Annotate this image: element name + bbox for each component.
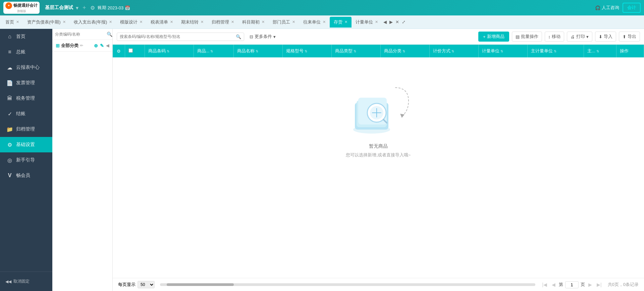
tab-party[interactable]: 往来单位 ✕ xyxy=(299,17,330,28)
sidebar-item-vip[interactable]: V 畅会员 xyxy=(0,168,52,183)
last-page-button[interactable]: ▶| xyxy=(595,281,603,288)
tab-tax-close[interactable]: ✕ xyxy=(170,20,173,24)
tab-archive[interactable]: 归档管理 ✕ xyxy=(208,17,238,28)
tab-income[interactable]: 收入支出表(年报) ✕ xyxy=(70,17,116,28)
search-icon[interactable]: 🔍 xyxy=(236,34,241,39)
select-all-checkbox[interactable] xyxy=(128,48,133,53)
tab-balance-close[interactable]: ✕ xyxy=(63,20,66,24)
tab-party-close[interactable]: ✕ xyxy=(323,20,326,24)
sort-barcode-icon[interactable]: ⇅ xyxy=(167,49,169,53)
sort-category-icon[interactable]: ⇅ xyxy=(402,49,405,53)
col-price[interactable]: 计价方式 ⇅ xyxy=(429,45,478,57)
import-button[interactable]: ⬇ 导入 xyxy=(595,32,616,42)
tab-inventory[interactable]: 存货 ✕ xyxy=(330,17,352,28)
sidebar-item-tax[interactable]: 🏛 税务管理 xyxy=(0,91,52,106)
sidebar-item-invoice[interactable]: 📄 发票管理 xyxy=(0,75,52,91)
prev-page-button[interactable]: ◀ xyxy=(550,281,557,288)
sidebar-item-guide[interactable]: ◎ 新手引导 xyxy=(0,152,52,168)
category-collapse-icon[interactable]: ◀ xyxy=(106,43,109,48)
next-page-button[interactable]: ▶ xyxy=(587,281,593,288)
tab-home-close[interactable]: ✕ xyxy=(16,20,19,24)
unpin-button[interactable]: ◀◀ 取消固定 xyxy=(0,275,52,288)
tab-period-label: 期末结转 xyxy=(181,19,199,25)
calendar-icon[interactable]: 📅 xyxy=(125,5,130,10)
tab-nav-left[interactable]: ◀ xyxy=(382,19,388,25)
page-number-input[interactable] xyxy=(565,281,579,288)
sort-extra-icon[interactable]: ⇅ xyxy=(596,49,599,53)
print-button[interactable]: 🖨 打印 ▾ xyxy=(567,32,592,42)
col-type[interactable]: 商品类型 ⇅ xyxy=(331,45,380,57)
tab-template-close[interactable]: ✕ xyxy=(140,20,143,24)
settings-icon[interactable]: ⚙ xyxy=(90,5,95,11)
first-page-button[interactable]: |◀ xyxy=(541,281,548,288)
col-main-unit[interactable]: 主计量单位 ⇅ xyxy=(527,45,584,57)
horizontal-scrollbar[interactable] xyxy=(160,283,535,286)
tab-dept-label: 部门员工 xyxy=(273,19,290,25)
export-button[interactable]: ⬆ 导出 xyxy=(619,32,640,42)
batch-button[interactable]: ▤ 批量操作 xyxy=(512,32,542,42)
tab-balance[interactable]: 资产负债表(中期) ✕ xyxy=(23,17,70,28)
category-add-icon[interactable]: ⊕ xyxy=(94,43,98,48)
tab-close-all[interactable]: ✕ xyxy=(394,19,400,25)
right-panel: 🔍 ⊟ 更多条件 ▾ + 新增商品 ▤ 批量操作 xyxy=(113,29,644,291)
sort-type-icon[interactable]: ⇅ xyxy=(354,49,356,53)
tab-unit[interactable]: 计量单位 ✕ xyxy=(352,17,382,28)
category-edit-btn[interactable]: ✎ xyxy=(100,43,104,48)
consult-button[interactable]: 🎧 人工咨询 xyxy=(595,5,619,11)
account-button[interactable]: 会计 xyxy=(623,3,641,13)
col-settings-icon[interactable]: ⚙ xyxy=(117,49,121,54)
tab-subject-close[interactable]: ✕ xyxy=(262,20,265,24)
col-category[interactable]: 商品分类 ⇅ xyxy=(380,45,429,57)
sidebar-item-settings[interactable]: ⚙ 基础设置 xyxy=(0,137,52,152)
tab-subject[interactable]: 科目期初 ✕ xyxy=(238,17,269,28)
tab-period-close[interactable]: ✕ xyxy=(201,20,204,24)
tab-inventory-close[interactable]: ✕ xyxy=(344,20,347,24)
sidebar-item-checkout[interactable]: ✓ 结账 xyxy=(0,106,52,122)
sidebar-bottom: ◀◀ 取消固定 xyxy=(0,272,52,291)
add-product-button[interactable]: + 新增商品 xyxy=(478,32,509,42)
col-check[interactable] xyxy=(125,45,145,57)
col-barcode[interactable]: 商品条码 ⇅ xyxy=(145,45,194,57)
category-search-icon[interactable]: 🔍 xyxy=(107,32,112,37)
col-unit[interactable]: 计量单位 ⇅ xyxy=(478,45,527,57)
tab-archive-close[interactable]: ✕ xyxy=(231,20,234,24)
product-table: ⚙ 商品条码 ⇅ xyxy=(113,45,644,178)
sidebar-item-archive[interactable]: 📁 归档管理 xyxy=(0,122,52,137)
col-code[interactable]: 商品... ⇅ xyxy=(194,45,234,57)
sort-name-icon[interactable]: ⇅ xyxy=(256,49,258,53)
col-settings[interactable]: ⚙ xyxy=(113,45,125,57)
category-header: ⊞ 全部分类 ✏ ⊕ ✎ ◀ xyxy=(52,40,112,52)
tab-unit-close[interactable]: ✕ xyxy=(375,20,378,24)
sidebar-item-home[interactable]: ⌂ 首页 xyxy=(0,29,52,44)
tab-home[interactable]: 首页 ✕ xyxy=(1,17,23,28)
sidebar-item-reports[interactable]: ☁ 云报表中心 xyxy=(0,60,52,75)
sort-main-unit-icon[interactable]: ⇅ xyxy=(554,49,556,53)
sort-code-icon[interactable]: ⇅ xyxy=(210,49,213,53)
sort-price-icon[interactable]: ⇅ xyxy=(451,49,454,53)
sidebar-label-invoice: 发票管理 xyxy=(16,80,35,86)
sort-spec-icon[interactable]: ⇅ xyxy=(305,49,307,53)
col-extra[interactable]: 主... ⇅ xyxy=(584,45,616,57)
print-label: 打印 xyxy=(576,34,585,40)
move-button[interactable]: ↕ 移动 xyxy=(545,32,565,42)
dropdown-icon[interactable]: ▾ xyxy=(76,5,78,11)
tab-period[interactable]: 期末结转 ✕ xyxy=(177,17,208,28)
period-info: 账期 2023-03 📅 xyxy=(98,5,130,11)
search-input[interactable] xyxy=(120,34,234,39)
category-search-input[interactable] xyxy=(55,32,105,37)
tab-nav-right[interactable]: ▶ xyxy=(388,19,394,25)
filter-button[interactable]: ⊟ 更多条件 ▾ xyxy=(247,32,278,41)
col-spec[interactable]: 规格型号 ⇅ xyxy=(283,45,332,57)
add-icon[interactable]: + xyxy=(83,4,86,11)
tab-income-close[interactable]: ✕ xyxy=(109,20,112,24)
tab-tax[interactable]: 税表清单 ✕ xyxy=(147,17,177,28)
sort-unit-icon[interactable]: ⇅ xyxy=(500,49,503,53)
tab-dept[interactable]: 部门员工 ✕ xyxy=(269,17,299,28)
tab-template[interactable]: 模版设计 ✕ xyxy=(116,17,147,28)
col-name[interactable]: 商品名称 ⇅ xyxy=(234,45,283,57)
sidebar-item-ledger[interactable]: ≡ 总账 xyxy=(0,44,52,60)
tab-dept-close[interactable]: ✕ xyxy=(292,20,295,24)
category-all-label[interactable]: 全部分类 xyxy=(61,43,78,49)
page-size-select[interactable]: 20 50 100 xyxy=(138,281,155,288)
tab-expand[interactable]: ⤢ xyxy=(400,19,407,25)
